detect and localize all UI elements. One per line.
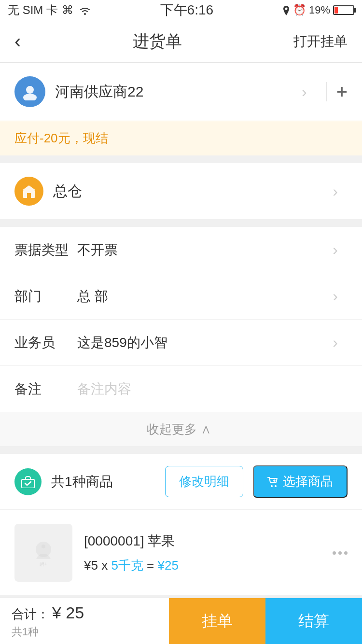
product-info: [0000001] 苹果 ¥5 x 5千克 = ¥25 <box>84 532 321 574</box>
total-label: 合计： <box>12 606 49 623</box>
total-label-row: 合计： ¥ 25 <box>12 603 157 623</box>
nav-bar: ‹ 进货单 打开挂单 <box>0 20 362 63</box>
svg-point-8 <box>271 485 273 487</box>
svg-rect-6 <box>27 193 31 198</box>
svg-point-2 <box>26 86 34 94</box>
collapse-label: 收起更多 ∧ <box>147 421 211 438</box>
equals-sign: = <box>147 558 157 573</box>
alarm-icon: ⏰ <box>293 4 306 16</box>
edit-detail-button[interactable]: 修改明细 <box>165 466 243 497</box>
ticket-type-chevron-icon: › <box>333 241 338 259</box>
select-product-label: 选择商品 <box>283 473 333 490</box>
salesperson-row[interactable]: 业务员 这是859的小智 › <box>0 320 362 366</box>
status-time: 下午6:16 <box>160 1 214 19</box>
select-product-button[interactable]: 选择商品 <box>253 465 348 498</box>
add-supplier-button[interactable]: + <box>336 81 348 103</box>
total-count: 共1种 <box>12 625 157 639</box>
hang-button[interactable]: 挂单 <box>169 598 265 644</box>
payment-notice: 应付-20元，现结 <box>0 121 362 155</box>
product-code: [0000001] <box>84 533 144 548</box>
svg-text:碧+: 碧+ <box>40 561 47 567</box>
product-name: [0000001] 苹果 <box>84 532 321 550</box>
salesperson-label: 业务员 <box>14 334 77 352</box>
supplier-row[interactable]: 河南供应商22 › + <box>0 63 362 121</box>
department-row[interactable]: 部门 总 部 › <box>0 273 362 320</box>
battery-text: 19% <box>309 4 330 16</box>
price-separator: x <box>101 558 111 573</box>
ticket-type-row[interactable]: 票据类型 不开票 › <box>0 227 362 273</box>
product-item: 碧+ [0000001] 苹果 ¥5 x 5千克 = ¥25 <box>0 510 362 595</box>
back-button[interactable]: ‹ <box>14 30 21 52</box>
total-section: 合计： ¥ 25 共1种 <box>0 598 169 644</box>
main-content: 河南供应商22 › + 应付-20元，现结 总仓 › 票据类型 不开票 › <box>0 63 362 644</box>
form-section: 票据类型 不开票 › 部门 总 部 › 业务员 这是859的小智 › 备注 备注… <box>0 227 362 412</box>
collapse-row[interactable]: 收起更多 ∧ <box>0 412 362 446</box>
department-label: 部门 <box>14 287 77 306</box>
svg-point-11 <box>42 545 45 548</box>
product-thumbnail: 碧+ <box>14 524 72 582</box>
carrier-text: 无 SIM 卡 <box>8 2 58 18</box>
battery-icon <box>333 5 354 15</box>
supplier-right: › + <box>302 81 348 103</box>
department-chevron-icon: › <box>333 287 338 305</box>
svg-point-3 <box>23 94 37 100</box>
checkout-button[interactable]: 结算 <box>265 598 362 644</box>
chevron-right-icon: › <box>302 83 307 101</box>
products-header: 共1种商品 修改明细 选择商品 <box>0 454 362 509</box>
svg-marker-5 <box>22 185 36 190</box>
supplier-name: 河南供应商22 <box>55 82 302 102</box>
department-value: 总 部 <box>77 287 333 306</box>
remark-label: 备注 <box>14 380 77 398</box>
remark-row[interactable]: 备注 备注内容 <box>0 366 362 412</box>
bottom-bar: 合计： ¥ 25 共1种 挂单 结算 <box>0 598 362 644</box>
open-hang-button[interactable]: 打开挂单 <box>293 32 348 51</box>
salesperson-chevron-icon: › <box>333 334 338 351</box>
wifi-icon: ⌘ <box>62 3 91 17</box>
status-right: ⏰ 19% <box>282 4 354 16</box>
svg-point-0 <box>84 13 86 15</box>
quantity-value: 5千克 <box>111 558 143 573</box>
product-count-text: 共1种商品 <box>51 473 155 491</box>
product-count-icon <box>14 468 42 495</box>
supplier-section: 河南供应商22 › + 应付-20元，现结 <box>0 63 362 155</box>
divider <box>326 82 327 101</box>
salesperson-value: 这是859的小智 <box>77 334 333 352</box>
status-bar: 无 SIM 卡 ⌘ 下午6:16 ⏰ 19% <box>0 0 362 20</box>
price-value: ¥5 <box>84 558 98 573</box>
total-amount: ¥ 25 <box>52 603 84 622</box>
remark-placeholder: 备注内容 <box>77 380 348 398</box>
status-left: 无 SIM 卡 ⌘ <box>8 2 91 18</box>
ticket-type-label: 票据类型 <box>14 241 77 259</box>
product-title: 苹果 <box>148 533 175 548</box>
supplier-avatar <box>14 76 45 107</box>
total-value: ¥25 <box>158 558 179 573</box>
svg-point-1 <box>285 8 287 10</box>
svg-point-9 <box>275 485 277 487</box>
warehouse-row[interactable]: 总仓 › <box>0 163 362 219</box>
warehouse-icon-wrap <box>14 177 43 206</box>
page-title: 进货单 <box>133 30 182 53</box>
location-icon <box>282 4 290 16</box>
cart-icon <box>267 474 279 489</box>
product-price: ¥5 x 5千克 = ¥25 <box>84 557 321 574</box>
warehouse-name: 总仓 <box>53 182 333 201</box>
ticket-type-value: 不开票 <box>77 241 333 259</box>
warehouse-chevron-icon: › <box>333 182 338 200</box>
more-button[interactable] <box>333 551 348 555</box>
